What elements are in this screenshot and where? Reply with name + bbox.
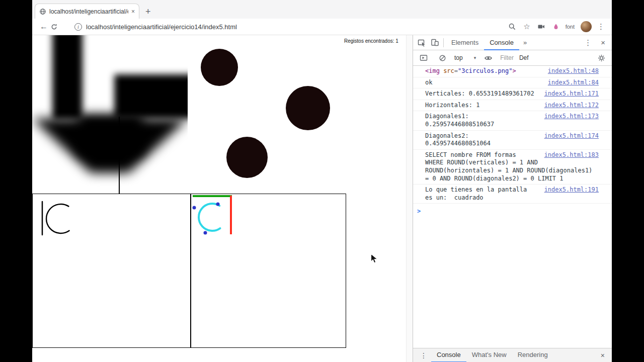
console-message: <img src="3circulos.png"> <box>425 67 516 74</box>
console-row: index5.html:191Lo que tienes en la panta… <box>413 185 612 204</box>
console-source-link[interactable]: index5.html:172 <box>544 102 599 110</box>
console-message: Diagonales2: 0.4595744680851064 <box>425 132 491 147</box>
divider <box>443 38 444 47</box>
url-text: localhost/inteligenciaartificial/ejercic… <box>86 23 237 31</box>
omnibox[interactable]: i localhost/inteligenciaartificial/ejerc… <box>74 23 505 31</box>
content-area: Registos encontrados: 1 <box>32 35 612 362</box>
console-prompt[interactable]: > <box>413 204 612 215</box>
chevron-down-icon: ▾ <box>474 55 476 60</box>
mouse-cursor <box>370 253 378 264</box>
console-source-link[interactable]: index5.html:48 <box>548 67 599 75</box>
prompt-chevron-icon: > <box>417 208 421 215</box>
devtools-drawer: ⋮ Console What's New Rendering × <box>413 348 612 362</box>
console-row: index5.html:48<img src="3circulos.png"> <box>413 66 612 77</box>
console-source-link[interactable]: index5.html:173 <box>544 113 599 121</box>
tab-close-icon[interactable]: × <box>131 8 135 15</box>
drawer-tab-rendering[interactable]: Rendering <box>512 348 553 362</box>
console-message: ok <box>425 79 432 86</box>
circle-1 <box>201 49 238 86</box>
console-source-link[interactable]: index5.html:174 <box>544 132 599 140</box>
more-tabs-icon[interactable]: » <box>519 39 531 46</box>
console-messages: index5.html:48<img src="3circulos.png">i… <box>413 66 612 204</box>
console-toolbar: top ▾ Filter Def <box>413 50 612 66</box>
page-info-icon[interactable]: i <box>74 23 82 31</box>
zoom-icon[interactable] <box>508 23 516 31</box>
page-scrollbar[interactable] <box>406 35 413 362</box>
console-row: index5.html:171Verticales: 0.65531914893… <box>413 88 612 100</box>
console-message: Verticales: 0.6553191489361702 <box>425 90 534 97</box>
tab-strip: localhost/inteligenciaartificial/e × + <box>32 0 612 19</box>
console-row: index5.html:174Diagonales2: 0.4595744680… <box>413 131 612 150</box>
detected-point-blue <box>193 206 196 210</box>
tab-title: localhost/inteligenciaartificial/e <box>49 8 128 15</box>
detected-features-canvas <box>191 194 346 348</box>
drawer-tab-console[interactable]: Console <box>431 348 466 362</box>
inspect-element-icon[interactable] <box>415 36 428 49</box>
context-selector[interactable]: top ▾ <box>454 54 476 61</box>
log-levels-select[interactable]: Def <box>519 54 529 61</box>
favicon-globe-icon <box>39 8 46 15</box>
drawer-tab-whats-new[interactable]: What's New <box>466 348 512 362</box>
profile-avatar[interactable] <box>581 21 592 32</box>
console-row: index5.html:183SELECT nombre FROM formas… <box>413 150 612 185</box>
console-sidebar-icon[interactable] <box>417 51 430 64</box>
tab-console[interactable]: Console <box>484 35 519 50</box>
circle-3 <box>226 137 268 178</box>
circle-2 <box>286 86 330 130</box>
new-tab-button[interactable]: + <box>145 7 151 16</box>
console-source-link[interactable]: index5.html:183 <box>544 151 599 159</box>
console-message: Lo que tienes en la pantalla es un: cuad… <box>425 186 527 201</box>
processed-image-canvas <box>32 35 188 194</box>
bookmark-star-icon[interactable]: ☆ <box>523 22 530 31</box>
devtools-close-icon[interactable]: × <box>596 38 610 47</box>
drawer-close-icon[interactable]: × <box>597 351 609 359</box>
devtools-header: Elements Console » ⋮ × <box>413 35 612 50</box>
three-circles-canvas <box>188 35 413 194</box>
tab-elements[interactable]: Elements <box>446 35 484 50</box>
detected-arc-cyan <box>199 204 220 231</box>
reload-button[interactable] <box>50 23 63 31</box>
drawn-arc <box>46 204 69 233</box>
drawing-canvas <box>32 194 191 348</box>
drawer-menu-icon[interactable]: ⋮ <box>416 351 431 359</box>
console-row: index5.html:84ok <box>413 77 612 89</box>
devtools-panel: Elements Console » ⋮ × top ▾ <box>413 35 612 362</box>
clear-console-icon[interactable] <box>436 51 449 64</box>
settings-gear-icon[interactable] <box>595 51 608 64</box>
devtools-menu-icon[interactable]: ⋮ <box>580 38 596 47</box>
extension-marker-icon[interactable] <box>552 23 559 30</box>
console-source-link[interactable]: index5.html:191 <box>544 186 599 194</box>
console-message: Horizontales: 1 <box>425 102 479 109</box>
console-source-link[interactable]: index5.html:171 <box>544 90 599 98</box>
console-row: index5.html:173Diagonales1: 0.2595744680… <box>413 111 612 130</box>
detected-point-blue <box>216 203 220 206</box>
back-button[interactable]: ← <box>37 22 50 31</box>
detected-point-blue <box>204 231 207 235</box>
browser-tab[interactable]: localhost/inteligenciaartificial/e × <box>35 4 139 19</box>
web-page: Registos encontrados: 1 <box>32 35 413 362</box>
browser-menu-icon[interactable]: ⋮ <box>597 22 605 31</box>
context-label: top <box>454 54 463 61</box>
console-message: Diagonales1: 0.25957446808510637 <box>425 113 494 128</box>
live-expression-eye-icon[interactable] <box>481 51 495 64</box>
extension-video-icon[interactable] <box>537 23 545 31</box>
device-toolbar-icon[interactable] <box>428 36 441 49</box>
console-source-link[interactable]: index5.html:84 <box>548 79 599 87</box>
filter-input[interactable]: Filter <box>500 54 514 61</box>
address-bar: ← i localhost/inteligenciaartificial/eje… <box>32 19 612 35</box>
browser-window: localhost/inteligenciaartificial/e × + ←… <box>32 0 612 362</box>
console-output: index5.html:48<img src="3circulos.png">i… <box>413 66 612 348</box>
console-row: index5.html:172Horizontales: 1 <box>413 100 612 112</box>
extension-font-label[interactable]: font <box>566 24 575 30</box>
records-found-label: Registos encontrados: 1 <box>344 38 398 44</box>
